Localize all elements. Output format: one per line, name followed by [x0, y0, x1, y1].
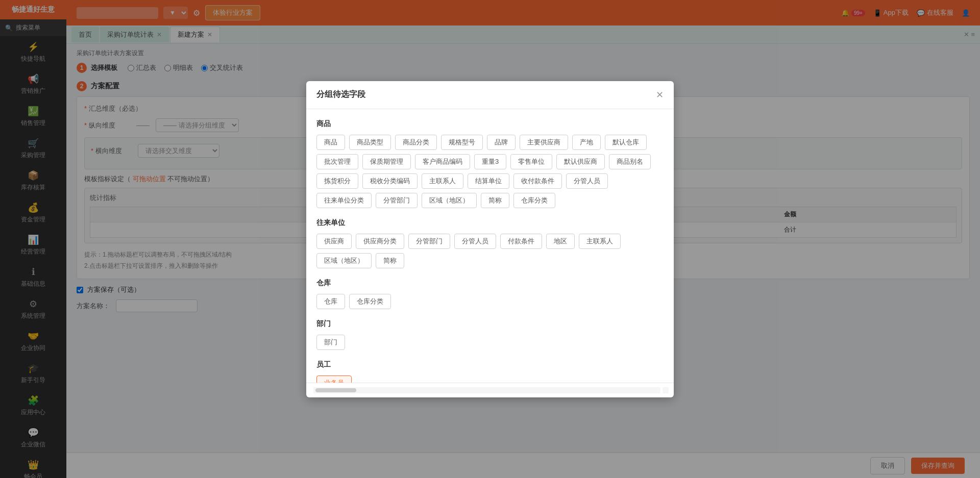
field-tag-0-5[interactable]: 主要供应商	[520, 135, 568, 150]
field-tag-0-0[interactable]: 商品	[316, 135, 345, 150]
field-tag-0-13[interactable]: 默认供应商	[556, 154, 605, 169]
modal-close-btn[interactable]: ✕	[656, 89, 664, 100]
field-group-4: 员工业务员	[316, 360, 664, 383]
field-tag-0-8[interactable]: 批次管理	[316, 154, 358, 169]
field-tag-0-25[interactable]: 仓库分类	[513, 193, 555, 208]
field-group-1: 往来单位供应商供应商分类分管部门分管人员付款条件地区主联系人区域（地区）简称	[316, 218, 664, 268]
field-tag-0-15[interactable]: 拣货积分	[316, 173, 358, 189]
field-group-title-1: 往来单位	[316, 218, 664, 228]
field-tag-0-16[interactable]: 税收分类编码	[362, 173, 418, 189]
field-tag-0-11[interactable]: 重量3	[474, 154, 506, 169]
field-group-title-0: 商品	[316, 119, 664, 129]
field-tag-0-21[interactable]: 往来单位分类	[316, 193, 372, 208]
field-tag-2-0[interactable]: 仓库	[316, 294, 345, 309]
field-tag-0-14[interactable]: 商品别名	[609, 154, 651, 169]
field-tag-0-1[interactable]: 商品类型	[349, 135, 391, 150]
field-group-title-2: 仓库	[316, 279, 664, 288]
field-tag-1-5[interactable]: 地区	[546, 234, 575, 249]
field-tag-4-0[interactable]: 业务员	[316, 375, 352, 383]
field-tag-0-17[interactable]: 主联系人	[422, 173, 463, 189]
modal-bottom	[306, 383, 674, 397]
field-tags-1: 供应商供应商分类分管部门分管人员付款条件地区主联系人区域（地区）简称	[316, 234, 664, 268]
field-tag-0-9[interactable]: 保质期管理	[362, 154, 411, 169]
field-tags-0: 商品商品类型商品分类规格型号品牌主要供应商产地默认仓库批次管理保质期管理客户商品…	[316, 135, 664, 208]
field-tag-0-22[interactable]: 分管部门	[376, 193, 418, 208]
field-tag-3-0[interactable]: 部门	[316, 335, 345, 350]
field-group-0: 商品商品商品类型商品分类规格型号品牌主要供应商产地默认仓库批次管理保质期管理客户…	[316, 119, 664, 208]
field-tags-3: 部门	[316, 335, 664, 350]
field-tag-0-4[interactable]: 品牌	[487, 135, 516, 150]
field-tag-0-12[interactable]: 零售单位	[510, 154, 552, 169]
modal-title: 分组待选字段	[316, 89, 365, 100]
field-tag-0-20[interactable]: 分管人员	[566, 173, 608, 189]
modal-body: 商品商品商品类型商品分类规格型号品牌主要供应商产地默认仓库批次管理保质期管理客户…	[306, 109, 674, 383]
field-group-3: 部门部门	[316, 319, 664, 350]
field-tag-1-6[interactable]: 主联系人	[579, 234, 621, 249]
field-tag-2-1[interactable]: 仓库分类	[349, 294, 391, 309]
field-tag-1-1[interactable]: 供应商分类	[356, 234, 404, 249]
field-tag-0-6[interactable]: 产地	[572, 135, 601, 150]
field-tag-1-4[interactable]: 付款条件	[500, 234, 542, 249]
field-tag-0-23[interactable]: 区域（地区）	[422, 193, 477, 208]
field-tag-0-24[interactable]: 简称	[481, 193, 509, 208]
scrollbar-corner	[663, 387, 669, 393]
field-tag-0-7[interactable]: 默认仓库	[605, 135, 647, 150]
h-scroll-thumb	[315, 388, 356, 392]
horizontal-scrollbar[interactable]	[313, 387, 660, 393]
field-tag-0-3[interactable]: 规格型号	[441, 135, 483, 150]
modal-overlay: 分组待选字段 ✕ 商品商品商品类型商品分类规格型号品牌主要供应商产地默认仓库批次…	[0, 0, 980, 478]
field-tag-1-2[interactable]: 分管部门	[408, 234, 450, 249]
field-tag-1-7[interactable]: 区域（地区）	[316, 253, 372, 268]
field-group-title-3: 部门	[316, 319, 664, 329]
field-tag-1-8[interactable]: 简称	[376, 253, 404, 268]
modal-header: 分组待选字段 ✕	[306, 81, 674, 109]
field-tag-0-2[interactable]: 商品分类	[395, 135, 437, 150]
field-tag-1-0[interactable]: 供应商	[316, 234, 352, 249]
field-tag-1-3[interactable]: 分管人员	[454, 234, 496, 249]
field-group-2: 仓库仓库仓库分类	[316, 279, 664, 309]
field-tags-2: 仓库仓库分类	[316, 294, 664, 309]
field-select-modal: 分组待选字段 ✕ 商品商品商品类型商品分类规格型号品牌主要供应商产地默认仓库批次…	[306, 81, 674, 397]
field-tag-0-10[interactable]: 客户商品编码	[415, 154, 470, 169]
field-tag-0-19[interactable]: 收付款条件	[513, 173, 562, 189]
field-tags-4: 业务员	[316, 375, 664, 383]
field-group-title-4: 员工	[316, 360, 664, 369]
field-tag-0-18[interactable]: 结算单位	[468, 173, 509, 189]
